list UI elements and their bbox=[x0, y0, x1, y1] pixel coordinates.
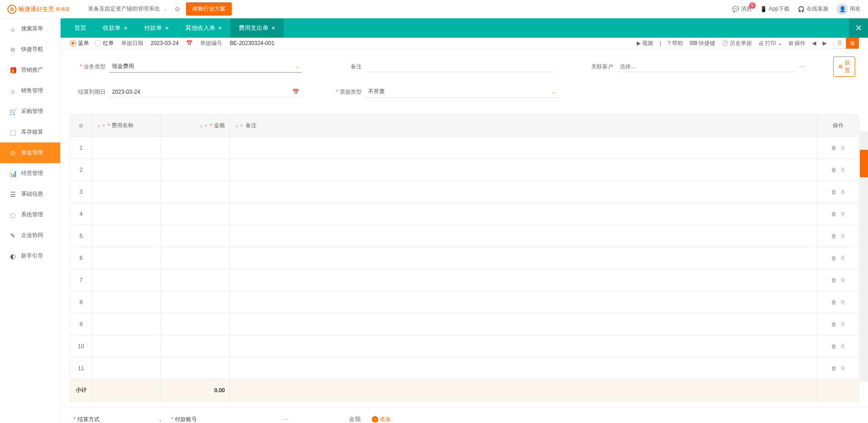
cell-amt[interactable] bbox=[161, 269, 230, 291]
messages-button[interactable]: 💬 消息 6 bbox=[732, 5, 752, 13]
gear-icon[interactable]: ⚙ bbox=[78, 123, 84, 129]
sidebar-item-9[interactable]: ◌系统管理 bbox=[0, 204, 60, 225]
video-link[interactable]: ▶ 视频 bbox=[637, 39, 653, 47]
delete-icon[interactable]: 🗑 bbox=[831, 145, 837, 151]
delete-icon[interactable]: 🗑 bbox=[831, 299, 837, 305]
history-link[interactable]: 🕑 历史单据 bbox=[722, 39, 752, 47]
copy-icon[interactable]: ⎘ bbox=[841, 145, 845, 151]
cell-amt[interactable] bbox=[161, 335, 230, 357]
copy-icon[interactable]: ⎘ bbox=[841, 343, 845, 350]
cell-name[interactable] bbox=[92, 291, 161, 313]
shortcut-link[interactable]: ⌨ 快捷键 bbox=[689, 39, 715, 47]
red-doc-radio[interactable]: 红单 bbox=[95, 39, 114, 47]
list-view-toggle[interactable]: ☰ bbox=[833, 38, 846, 49]
delete-icon[interactable]: 🗑 bbox=[831, 321, 837, 327]
cell-remark[interactable] bbox=[230, 269, 818, 291]
copy-icon[interactable]: ⎘ bbox=[841, 365, 845, 372]
cell-remark[interactable] bbox=[230, 247, 818, 269]
gear-icon[interactable]: ⚙ bbox=[174, 6, 180, 13]
col-name-header[interactable]: 费用名称 bbox=[112, 122, 134, 130]
close-icon[interactable]: ✕ bbox=[218, 25, 222, 31]
delete-icon[interactable]: 🗑 bbox=[831, 167, 837, 173]
delete-icon[interactable]: 🗑 bbox=[831, 255, 837, 261]
cell-name[interactable] bbox=[92, 181, 161, 203]
copy-icon[interactable]: ⎘ bbox=[841, 189, 845, 195]
sidebar-item-3[interactable]: ⌂销售管理 bbox=[0, 80, 60, 101]
cell-remark[interactable] bbox=[230, 137, 818, 159]
sidebar-item-4[interactable]: 🛒采购管理 bbox=[0, 101, 60, 122]
tab-1[interactable]: 收款单✕ bbox=[95, 18, 136, 38]
sort-icon[interactable]: ▲▼ bbox=[199, 124, 208, 127]
delete-icon[interactable]: 🗑 bbox=[831, 211, 837, 217]
blue-doc-radio[interactable]: 蓝单 bbox=[70, 39, 89, 47]
close-icon[interactable]: ✕ bbox=[165, 25, 169, 31]
cell-remark[interactable] bbox=[230, 357, 818, 379]
cell-amt[interactable] bbox=[161, 225, 230, 247]
calendar-icon[interactable]: 📅 bbox=[292, 89, 299, 95]
sort-icon[interactable]: ▲▼ bbox=[235, 124, 244, 127]
cell-remark[interactable] bbox=[230, 181, 818, 203]
delete-icon[interactable]: 🗑 bbox=[831, 233, 837, 239]
cell-name[interactable] bbox=[92, 313, 161, 335]
close-all-tabs[interactable]: ✕ bbox=[849, 18, 868, 38]
ops-button[interactable]: ⊞ 操作 bbox=[789, 39, 806, 47]
calendar-icon[interactable]: 📅 bbox=[186, 40, 193, 46]
delete-icon[interactable]: 🗑 bbox=[831, 365, 837, 372]
sidebar-item-0[interactable]: ⌕搜索菜单 bbox=[0, 18, 60, 39]
system-selector[interactable]: 装备及固定资产辅助管理系统 ⌄ ⚙ bbox=[88, 5, 180, 13]
cell-name[interactable] bbox=[92, 137, 161, 159]
sidebar-item-6[interactable]: ⊙资金管理 bbox=[0, 142, 60, 163]
settle-method-select[interactable] bbox=[101, 415, 157, 423]
add-row-button[interactable]: + 添加 bbox=[372, 416, 391, 423]
sidebar-item-5[interactable]: ⬚库存核算 bbox=[0, 122, 60, 142]
help-link[interactable]: ? 帮助 bbox=[667, 39, 683, 47]
sidebar-item-1[interactable]: ⛭快捷导航 bbox=[0, 39, 60, 60]
tab-2[interactable]: 付款单✕ bbox=[136, 18, 177, 38]
online-support-button[interactable]: 🎧 在线客服 bbox=[798, 5, 829, 13]
cell-remark[interactable] bbox=[230, 225, 818, 247]
cell-name[interactable] bbox=[92, 357, 161, 379]
close-icon[interactable]: ✕ bbox=[123, 25, 128, 31]
cell-name[interactable] bbox=[92, 335, 161, 357]
more-icon[interactable]: ⋯ bbox=[800, 63, 806, 70]
delete-icon[interactable]: 🗑 bbox=[831, 277, 837, 283]
cell-amt[interactable] bbox=[161, 181, 230, 203]
more-icon[interactable]: ⋯ bbox=[283, 416, 289, 423]
cell-amt[interactable] bbox=[161, 313, 230, 335]
cell-name[interactable] bbox=[92, 159, 161, 181]
delete-icon[interactable]: 🗑 bbox=[831, 343, 837, 350]
invoice-type-select[interactable]: 不开票⌄ bbox=[365, 86, 558, 98]
settings-button[interactable]: ⚙设置 bbox=[833, 56, 855, 77]
biz-type-select[interactable]: 现金费用⌄ bbox=[109, 61, 302, 73]
copy-icon[interactable]: ⎘ bbox=[841, 233, 845, 239]
next-doc-icon[interactable]: ▶ bbox=[823, 40, 827, 46]
copy-icon[interactable]: ⎘ bbox=[841, 255, 845, 261]
scroll-thumb[interactable] bbox=[860, 150, 868, 177]
tab-3[interactable]: 其他收入单✕ bbox=[177, 18, 230, 38]
grid-view-toggle[interactable]: ⊞ bbox=[846, 38, 859, 49]
amount-input[interactable] bbox=[298, 415, 363, 423]
cell-name[interactable] bbox=[92, 247, 161, 269]
app-download-button[interactable]: 📱 App下载 bbox=[760, 5, 790, 13]
col-amt-header[interactable]: 金额 bbox=[214, 122, 225, 130]
settle-date-input[interactable]: 2023-03-24📅 bbox=[109, 87, 302, 97]
cell-amt[interactable] bbox=[161, 159, 230, 181]
scrollbar[interactable] bbox=[860, 131, 868, 382]
cell-amt[interactable] bbox=[161, 357, 230, 379]
cell-remark[interactable] bbox=[230, 203, 818, 225]
cell-amt[interactable] bbox=[161, 137, 230, 159]
cell-amt[interactable] bbox=[161, 203, 230, 225]
sort-icon[interactable]: ▲▼ bbox=[97, 124, 106, 127]
sidebar-item-2[interactable]: 🎁营销推广 bbox=[0, 60, 60, 80]
cell-amt[interactable] bbox=[161, 247, 230, 269]
customer-select[interactable] bbox=[617, 62, 796, 72]
chevron-down-icon[interactable]: ⌄ bbox=[158, 417, 162, 422]
user-menu[interactable]: 👤 用友 bbox=[837, 4, 861, 15]
cell-remark[interactable] bbox=[230, 313, 818, 335]
doc-date-value[interactable]: 2023-03-24 bbox=[151, 40, 179, 46]
sidebar-item-10[interactable]: ✎企业协同 bbox=[0, 225, 60, 246]
prev-doc-icon[interactable]: ◀ bbox=[812, 40, 816, 46]
cta-button[interactable]: 体验行业方案 bbox=[186, 2, 232, 16]
cell-remark[interactable] bbox=[230, 159, 818, 181]
tab-4[interactable]: 费用支出单✕ bbox=[230, 18, 284, 38]
